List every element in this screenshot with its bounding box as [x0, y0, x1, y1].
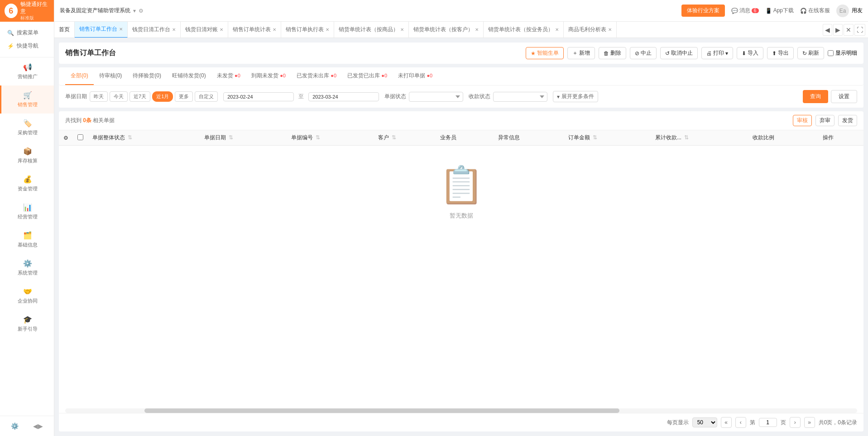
filter-tab-pending-review[interactable]: 待审核(0): [94, 67, 128, 85]
sidebar-item-inventory[interactable]: 📦 库存核算: [0, 142, 54, 170]
ship-btn[interactable]: 发货: [838, 115, 857, 126]
sort-icon-amount[interactable]: ⇅: [593, 134, 597, 141]
online-service-btn[interactable]: 🎧 在线客服: [800, 7, 830, 14]
tab-fullscreen-btn[interactable]: ⛶: [854, 24, 865, 36]
date-from-input[interactable]: [223, 92, 294, 101]
cancel-review-btn[interactable]: 弃审: [815, 115, 834, 126]
import-btn[interactable]: ⬇ 导入: [737, 47, 763, 59]
refresh-btn[interactable]: ↻ 刷新: [797, 47, 824, 59]
sort-icon-collected[interactable]: ⇅: [684, 134, 689, 141]
page-label: 第: [750, 419, 755, 427]
sort-icon-status[interactable]: ⇅: [128, 134, 132, 141]
message-btn[interactable]: 💬 消息 6: [731, 7, 759, 14]
filter-tab-not-printed[interactable]: 未打印单据 ●0: [393, 67, 438, 85]
tab-close-goods-stats-staff[interactable]: ✕: [555, 27, 559, 32]
stop-btn[interactable]: ⊘ 中止: [630, 47, 657, 59]
sort-icon-customer[interactable]: ⇅: [392, 134, 396, 141]
sidebar-item-finance[interactable]: 💰 资金管理: [0, 170, 54, 198]
page-input[interactable]: [759, 418, 777, 427]
smart-create-btn[interactable]: ★ 智能生单: [526, 47, 564, 59]
filter-tab-expired[interactable]: 到期未发货 ●0: [246, 67, 291, 85]
sidebar-item-system[interactable]: ⚙️ 系统管理: [0, 254, 54, 282]
tab-goods-stats-product[interactable]: 销货单统计表（按商品） ✕: [334, 22, 409, 38]
tab-close-all-btn[interactable]: ✕: [844, 24, 854, 36]
tab-product-margin[interactable]: 商品毛利分析表 ✕: [564, 22, 617, 38]
cancel-stop-btn[interactable]: ↺ 取消中止: [660, 47, 698, 59]
user-area[interactable]: Ea 用友: [836, 5, 863, 17]
tab-close-sales-stats[interactable]: ✕: [273, 27, 276, 32]
quick-nav-btn[interactable]: ⚡ 快捷导航: [4, 39, 50, 52]
tab-next-btn[interactable]: ▶: [833, 24, 843, 36]
tab-cash-reconcile[interactable]: 钱货日清对账 ✕: [181, 22, 228, 38]
setting-btn[interactable]: 设置: [831, 90, 857, 103]
tab-sales-exec[interactable]: 销售订单执行表 ✕: [281, 22, 334, 38]
sort-icon-date[interactable]: ⇅: [229, 134, 233, 141]
print-btn[interactable]: 🖨 打印 ▾: [701, 47, 733, 59]
date-btn-yesterday[interactable]: 昨天: [90, 91, 108, 102]
show-detail-checkbox[interactable]: [828, 50, 834, 56]
h-scrollbar[interactable]: [65, 408, 857, 413]
per-page-select[interactable]: 50 10 20 100: [692, 417, 717, 427]
tab-close-cash-daily[interactable]: ✕: [172, 27, 176, 32]
collapse-btn[interactable]: ◀▶: [31, 421, 45, 431]
col-checkbox[interactable]: [73, 130, 88, 146]
tab-close-cash-reconcile[interactable]: ✕: [220, 27, 223, 32]
select-all-checkbox[interactable]: [77, 134, 83, 140]
filter-tab-wangpu[interactable]: 旺铺待发货(0): [167, 67, 211, 85]
payment-select[interactable]: [493, 92, 547, 102]
tab-prev-btn[interactable]: ◀: [823, 24, 832, 36]
sidebar-item-purchase[interactable]: 🏷️ 采购管理: [0, 114, 54, 142]
search-menu-btn[interactable]: 🔍 搜索菜单: [4, 26, 50, 39]
new-btn[interactable]: ＋ 新增: [567, 47, 595, 59]
tab-goods-stats-customer[interactable]: 销货单统计表（按客户） ✕: [409, 22, 484, 38]
sidebar-item-operations[interactable]: 📊 经营管理: [0, 198, 54, 226]
date-btn-custom[interactable]: 自定义: [195, 91, 218, 102]
date-btn-7days[interactable]: 近7天: [129, 91, 150, 102]
h-scrollbar-thumb[interactable]: [144, 408, 619, 413]
filter-tab-shipped-not-in[interactable]: 已发货未出库 ●0: [291, 67, 342, 85]
page-first-btn[interactable]: «: [721, 417, 732, 428]
chevron-down-icon[interactable]: ▾: [133, 8, 136, 14]
tab-close-product-margin[interactable]: ✕: [608, 27, 612, 32]
expand-btn[interactable]: ▾ 展开更多条件: [553, 91, 598, 102]
tab-close-sales-workbench[interactable]: ✕: [119, 27, 123, 32]
app-download-btn[interactable]: 📱 App下载: [765, 7, 794, 14]
date-separator: 至: [298, 93, 304, 100]
show-detail-label[interactable]: 显示明细: [828, 49, 857, 57]
sidebar-item-sales[interactable]: 🛒 销售管理: [0, 85, 54, 114]
sidebar-item-base-info[interactable]: 🗂️ 基础信息: [0, 226, 54, 254]
tab-close-sales-exec[interactable]: ✕: [326, 27, 329, 32]
sidebar-item-marketing[interactable]: 📢 营销推广: [0, 57, 54, 85]
col-settings[interactable]: ⚙: [59, 130, 73, 146]
delete-btn[interactable]: 🗑 删除: [599, 47, 626, 59]
tab-close-goods-stats-product[interactable]: ✕: [400, 27, 404, 32]
gear-icon[interactable]: ⚙: [139, 8, 144, 14]
date-to-input[interactable]: [308, 92, 379, 101]
tab-cash-daily[interactable]: 钱货日清工作台 ✕: [128, 22, 181, 38]
date-btn-1month[interactable]: 近1月: [152, 91, 173, 102]
filter-tab-shipped-out[interactable]: 已发货已出库 ●0: [342, 67, 393, 85]
page-next-btn[interactable]: ›: [790, 417, 801, 428]
sidebar-item-enterprise[interactable]: 🤝 企业协同: [0, 282, 54, 310]
filter-tab-all[interactable]: 全部(0): [65, 67, 94, 85]
page-prev-btn[interactable]: ‹: [735, 417, 746, 428]
review-btn[interactable]: 审核: [793, 115, 812, 126]
export-btn[interactable]: ⬆ 导出: [767, 47, 794, 59]
query-btn[interactable]: 查询: [803, 90, 828, 103]
sort-icon-number[interactable]: ⇅: [316, 134, 320, 141]
tab-close-goods-stats-customer[interactable]: ✕: [475, 27, 479, 32]
tab-home[interactable]: 首页: [54, 22, 75, 38]
status-select[interactable]: [409, 92, 463, 102]
date-btn-more[interactable]: 更多: [175, 91, 193, 102]
page-last-btn[interactable]: »: [804, 417, 815, 428]
sidebar-item-guide[interactable]: 🎓 新手引导: [0, 310, 54, 338]
filter-tab-pending-inspect[interactable]: 待择验货(0): [127, 67, 167, 85]
trial-btn[interactable]: 体验行业方案: [681, 5, 725, 17]
tab-sales-workbench[interactable]: 销售订单工作台 ✕: [75, 22, 128, 38]
table-wrap: ⚙ 单据整体状态 ⇅ 单据日期 ⇅: [59, 130, 863, 408]
settings-btn[interactable]: ⚙️: [9, 421, 20, 431]
tab-sales-stats[interactable]: 销售订单统计表 ✕: [228, 22, 281, 38]
filter-tab-not-shipped[interactable]: 未发货 ●0: [211, 67, 246, 85]
date-btn-today[interactable]: 今天: [110, 91, 128, 102]
tab-goods-stats-staff[interactable]: 销货单统计表（按业务员） ✕: [484, 22, 564, 38]
